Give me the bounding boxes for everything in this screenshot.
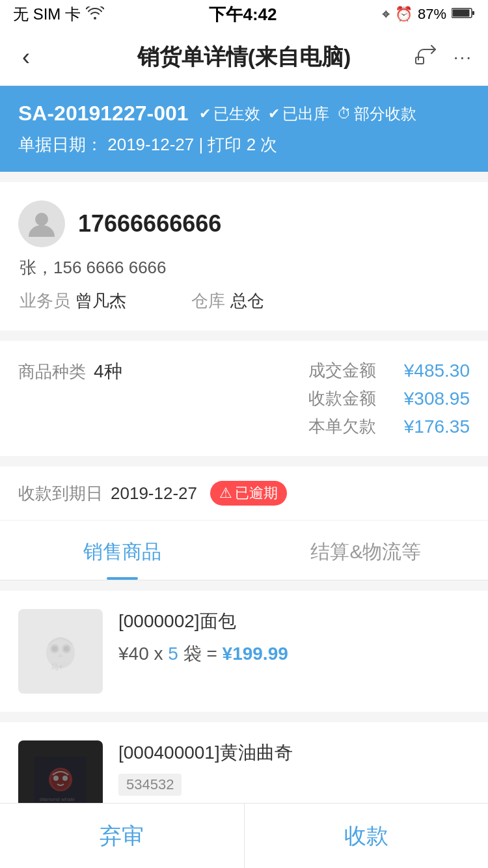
- overdue-text: 已逾期: [235, 483, 278, 503]
- svg-point-15: [53, 776, 59, 781]
- status-payment: ⏱ 部分收款: [337, 103, 416, 124]
- check-icon: ✔: [199, 105, 211, 122]
- avatar: [18, 200, 65, 247]
- status-shipped: ✔ 已出库: [268, 103, 329, 124]
- status-right: ⌖ ⏰ 87%: [382, 6, 475, 23]
- location-icon: ⌖: [382, 6, 390, 23]
- due-label: 收款到期日: [18, 482, 103, 505]
- debt-value: ¥176.35: [392, 416, 470, 437]
- unit-1: 袋: [183, 644, 202, 664]
- overdue-badge: ⚠ 已逾期: [210, 481, 287, 506]
- receive-amount: 收款金额 ¥308.95: [308, 387, 470, 410]
- receive-value: ¥308.95: [392, 388, 470, 409]
- total-1: ¥199.99: [223, 644, 288, 664]
- qty-1: 5: [168, 644, 178, 664]
- staff-name: 曾凡杰: [75, 290, 126, 312]
- deal-label: 成交金额: [308, 359, 376, 382]
- status-left: 无 SIM 卡: [13, 4, 104, 25]
- product-name-1: [0000002]面包: [118, 609, 470, 634]
- type-value: 4种: [94, 359, 122, 384]
- customer-meta: 业务员 曾凡杰 仓库 总仓: [18, 290, 470, 312]
- deal-amount: 成交金额 ¥485.30: [308, 359, 470, 382]
- customer-section: 17666666666 张，156 6666 6666 业务员 曾凡杰 仓库 总…: [0, 182, 488, 331]
- tabs-row: 销售商品 结算&物流等: [0, 521, 488, 580]
- multiply-1: x: [154, 644, 169, 664]
- page-title: 销货单详情(来自电脑): [137, 42, 351, 72]
- collect-payment-button[interactable]: 收款: [245, 804, 489, 868]
- status-tags: ✔ 已生效 ✔ 已出库 ⏱ 部分收款: [199, 103, 416, 124]
- staff-item: 业务员 曾凡杰: [20, 290, 126, 312]
- deal-value: ¥485.30: [392, 360, 470, 381]
- abandon-review-button[interactable]: 弃审: [0, 804, 245, 868]
- status-time: 下午4:42: [209, 3, 277, 26]
- tab-sales-products[interactable]: 销售商品: [0, 521, 244, 580]
- stats-left: 商品种类 4种: [18, 359, 122, 384]
- order-number: SA-20191227-001: [18, 102, 189, 126]
- back-button[interactable]: ‹: [16, 37, 36, 77]
- warehouse-item: 仓库 总仓: [191, 290, 264, 312]
- check-icon-2: ✔: [268, 105, 280, 122]
- alarm-icon: ⏰: [395, 6, 413, 23]
- tabs-section: 销售商品 结算&物流等: [0, 521, 488, 580]
- due-section: 收款到期日 2019-12-27 ⚠ 已逾期: [0, 467, 488, 521]
- product-image-1: 鸟+: [18, 609, 103, 694]
- sim-label: 无 SIM 卡: [13, 4, 81, 25]
- more-icon[interactable]: ···: [454, 47, 472, 68]
- warehouse-name: 总仓: [230, 290, 264, 312]
- svg-rect-1: [452, 10, 469, 17]
- unit-price-1: ¥40: [118, 644, 149, 664]
- bottom-bar: 弃审 收款: [0, 803, 488, 868]
- order-header: SA-20191227-001 ✔ 已生效 ✔ 已出库 ⏱ 部分收款 单据日期：…: [0, 86, 488, 172]
- svg-point-4: [35, 213, 48, 226]
- product-tag-2: 534532: [118, 774, 182, 796]
- tab-settlement[interactable]: 结算&物流等: [244, 521, 488, 580]
- svg-text:diamond whale: diamond whale: [40, 796, 75, 802]
- customer-phone: 17666666666: [78, 210, 221, 237]
- clock-icon: ⏱: [337, 105, 351, 122]
- customer-name-item: 张，156 6666 6666: [20, 256, 167, 279]
- due-date-value: 2019-12-27: [111, 483, 197, 504]
- debt-label: 本单欠款: [308, 415, 376, 438]
- debt-amount: 本单欠款 ¥176.35: [308, 415, 470, 438]
- svg-text:鸟+: 鸟+: [51, 662, 63, 671]
- svg-point-16: [62, 776, 68, 781]
- status-effective: ✔ 已生效: [199, 103, 260, 124]
- list-item: 鸟+ [0000002]面包 ¥40 x 5 袋 = ¥199.99: [0, 591, 488, 712]
- product-info-1: [0000002]面包 ¥40 x 5 袋 = ¥199.99: [118, 609, 470, 666]
- type-label: 商品种类: [18, 360, 86, 383]
- nav-right-actions: ···: [414, 43, 472, 72]
- svg-point-8: [52, 646, 57, 651]
- order-date-line: 单据日期： 2019-12-27 | 打印 2 次: [18, 133, 470, 156]
- battery-icon: [452, 6, 475, 23]
- wifi-icon: [86, 5, 104, 23]
- product-price-1: ¥40 x 5 袋 = ¥199.99: [118, 642, 470, 666]
- svg-rect-2: [472, 11, 474, 15]
- status-bar: 无 SIM 卡 下午4:42 ⌖ ⏰ 87%: [0, 0, 488, 29]
- equals-1: =: [206, 644, 222, 664]
- receive-label: 收款金额: [308, 387, 376, 410]
- stats-section: 商品种类 4种 成交金额 ¥485.30 收款金额 ¥308.95 本单欠款 ¥…: [0, 341, 488, 456]
- nav-bar: ‹ 销货单详情(来自电脑) ···: [0, 29, 488, 86]
- share-icon[interactable]: [414, 43, 438, 72]
- product-name-2: [000400001]黄油曲奇: [118, 740, 470, 765]
- staff-label: 业务员: [20, 290, 70, 312]
- svg-point-9: [64, 646, 69, 651]
- customer-name-value: 张，156 6666 6666: [20, 256, 167, 279]
- overdue-icon: ⚠: [219, 485, 232, 502]
- warehouse-label: 仓库: [191, 290, 225, 312]
- battery-percent: 87%: [418, 6, 446, 23]
- stats-right: 成交金额 ¥485.30 收款金额 ¥308.95 本单欠款 ¥176.35: [308, 359, 470, 438]
- customer-sub-info: 张，156 6666 6666: [18, 256, 470, 279]
- svg-rect-3: [416, 57, 424, 64]
